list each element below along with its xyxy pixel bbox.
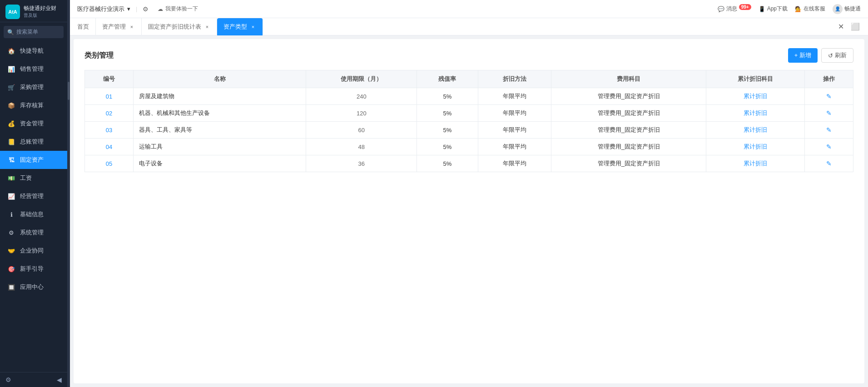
tab-asset-type-close[interactable]: × [250, 24, 256, 30]
search-label: 搜索菜单 [16, 28, 38, 36]
tab-maximize-btn[interactable]: ⬜ [850, 21, 861, 32]
tab-depreciation-close[interactable]: × [204, 24, 210, 30]
cell-action[interactable]: ✎ [804, 155, 853, 172]
sidebar-item-beginner[interactable]: 🎯 新手引导 [0, 260, 67, 278]
message-badge: 99+ [739, 4, 751, 10]
sidebar-item-operations[interactable]: 📈 经营管理 [0, 187, 67, 205]
avatar: 👤 [833, 4, 843, 14]
cell-expense: 管理费用_固定资产折旧 [551, 105, 706, 122]
sidebar-item-basic-info[interactable]: ℹ 基础信息 [0, 205, 67, 223]
search-icon: 🔍 [7, 29, 14, 35]
beginner-icon: 🎯 [7, 265, 15, 273]
sidebar: AtA 畅捷通好业财 普及版 🔍 搜索菜单 🏠 快捷导航 📊 销售管理 🛒 采购… [0, 0, 67, 387]
header-gear-icon[interactable]: ⚙ [143, 5, 149, 13]
sidebar-item-sales[interactable]: 📊 销售管理 [0, 60, 67, 78]
header-right: 💬 消息 99+ 📱 App下载 💁 在线客服 👤 畅捷通 [718, 4, 861, 14]
sidebar-item-label: 采购管理 [20, 83, 44, 91]
sidebar-item-enterprise[interactable]: 🤝 企业协同 [0, 242, 67, 260]
sidebar-item-label: 应用中心 [20, 283, 44, 291]
sidebar-item-app-center[interactable]: 🔲 应用中心 [0, 278, 67, 296]
edit-icon[interactable]: ✎ [826, 93, 832, 100]
sidebar-item-fixed-assets[interactable]: 🏗 固定资产 [0, 151, 67, 169]
user-name: 畅捷通 [844, 5, 861, 13]
app-download-btn[interactable]: 📱 App下载 [759, 5, 788, 13]
cell-expense: 管理费用_固定资产折旧 [551, 88, 706, 105]
message-icon: 💬 [718, 6, 724, 12]
page-actions: + 新增 ↺ 刷新 [788, 48, 853, 63]
cell-action[interactable]: ✎ [804, 105, 853, 122]
user-profile[interactable]: 👤 畅捷通 [833, 4, 861, 14]
tab-asset-type-label: 资产类型 [223, 23, 247, 31]
sidebar-item-purchase[interactable]: 🛒 采购管理 [0, 78, 67, 96]
sidebar-item-label: 新手引导 [20, 265, 44, 273]
top-header: 医疗器械行业演示 ▾ | ⚙ ☁ 我要体验一下 💬 消息 99+ 📱 App下载… [70, 0, 868, 18]
sidebar-item-inventory[interactable]: 📦 库存核算 [0, 96, 67, 114]
message-btn[interactable]: 💬 消息 99+ [718, 5, 751, 13]
purchase-icon: 🛒 [7, 83, 15, 91]
sidebar-item-ledger[interactable]: 📒 总账管理 [0, 133, 67, 151]
edit-icon[interactable]: ✎ [826, 143, 832, 150]
edit-icon[interactable]: ✎ [826, 160, 832, 167]
chevron-down-icon: ▾ [127, 5, 130, 12]
table-row: 05 电子设备 36 5% 年限平均 管理费用_固定资产折旧 累计折旧 ✎ [85, 155, 853, 172]
tab-asset-type[interactable]: 资产类型 × [217, 18, 263, 35]
sidebar-item-quick-nav[interactable]: 🏠 快捷导航 [0, 42, 67, 60]
scrollbar-thumb [68, 82, 69, 100]
online-service-btn[interactable]: 💁 在线客服 [795, 5, 825, 13]
experience-btn[interactable]: ☁ 我要体验一下 [158, 5, 198, 13]
download-icon: 📱 [759, 6, 765, 12]
sidebar-footer: ⚙ ◀ [0, 372, 67, 387]
sidebar-item-label: 快捷导航 [20, 47, 44, 55]
cell-accumulated: 累计折旧 [706, 105, 804, 122]
tab-asset-mgmt-label: 资产管理 [102, 23, 126, 31]
cell-period: 36 [306, 155, 417, 172]
cell-action[interactable]: ✎ [804, 88, 853, 105]
cell-name: 器具、工具、家具等 [134, 122, 306, 139]
table-row: 02 机器、机械和其他生产设备 120 5% 年限平均 管理费用_固定资产折旧 … [85, 105, 853, 122]
table-header-row: 编号 名称 使用期限（月） 残值率 折旧方法 费用科目 累计折旧科目 操作 [85, 70, 853, 88]
sidebar-item-label: 工资 [20, 174, 32, 182]
sidebar-item-capital[interactable]: 💰 资金管理 [0, 114, 67, 133]
col-method: 折旧方法 [478, 70, 551, 88]
cell-expense: 管理费用_固定资产折旧 [551, 122, 706, 139]
col-name: 名称 [134, 70, 306, 88]
refresh-icon: ↺ [828, 52, 833, 59]
app-selector[interactable]: 医疗器械行业演示 ▾ [77, 5, 130, 13]
edit-icon[interactable]: ✎ [826, 126, 832, 134]
header-divider: | [136, 5, 137, 12]
tab-asset-mgmt-close[interactable]: × [129, 24, 135, 30]
cell-name: 房屋及建筑物 [134, 88, 306, 105]
collapse-icon[interactable]: ◀ [57, 376, 62, 383]
cell-code: 04 [85, 139, 134, 155]
settings-icon[interactable]: ⚙ [5, 376, 11, 383]
col-action: 操作 [804, 70, 853, 88]
col-expense: 费用科目 [551, 70, 706, 88]
sidebar-search[interactable]: 🔍 搜索菜单 [4, 26, 64, 38]
sidebar-logo: AtA 畅捷通好业财 普及版 [0, 0, 67, 22]
cell-expense: 管理费用_固定资产折旧 [551, 155, 706, 172]
sidebar-item-system[interactable]: ⚙ 系统管理 [0, 223, 67, 242]
cell-code: 03 [85, 122, 134, 139]
col-accumulated: 累计折旧科目 [706, 70, 804, 88]
sidebar-item-label: 资金管理 [20, 119, 44, 128]
app-logo-icon: AtA [5, 5, 20, 19]
capital-icon: 💰 [7, 119, 15, 128]
table-row: 03 器具、工具、家具等 60 5% 年限平均 管理费用_固定资产折旧 累计折旧… [85, 122, 853, 139]
refresh-button[interactable]: ↺ 刷新 [821, 48, 853, 63]
add-button[interactable]: + 新增 [788, 48, 818, 63]
cloud-icon: ☁ [158, 6, 163, 12]
tab-depreciation-report[interactable]: 固定资产折旧统计表 × [142, 18, 217, 35]
edit-icon[interactable]: ✎ [826, 109, 832, 117]
cell-action[interactable]: ✎ [804, 139, 853, 155]
cell-period: 240 [306, 88, 417, 105]
app-center-icon: 🔲 [7, 283, 15, 291]
sidebar-item-payroll[interactable]: 💵 工资 [0, 169, 67, 187]
sidebar-item-label: 库存核算 [20, 101, 44, 109]
col-residual: 残值率 [417, 70, 478, 88]
online-service-label: 在线客服 [804, 5, 825, 13]
tab-asset-mgmt[interactable]: 资产管理 × [96, 18, 142, 35]
tab-close-window-btn[interactable]: ✕ [835, 21, 846, 32]
cell-residual: 5% [417, 155, 478, 172]
cell-action[interactable]: ✎ [804, 122, 853, 139]
tab-home[interactable]: 首页 [77, 18, 96, 35]
